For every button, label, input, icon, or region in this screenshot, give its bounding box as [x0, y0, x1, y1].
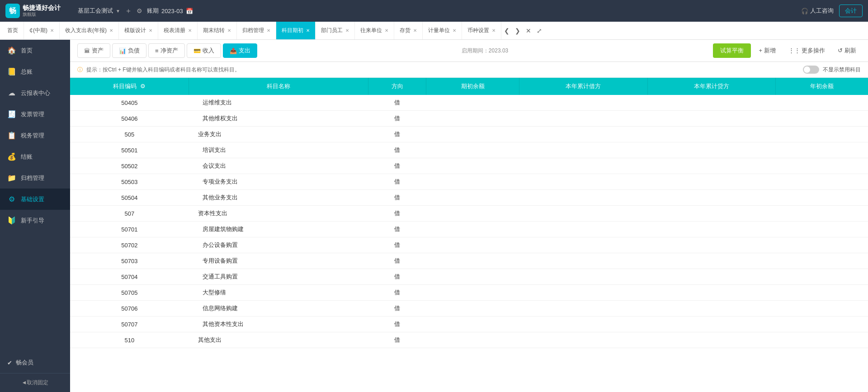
sidebar-cancel-pin[interactable]: ◄取消固定 — [0, 373, 70, 392]
table-row[interactable]: 50405运维维支出借 — [70, 95, 868, 111]
cell-ytd-debit — [519, 332, 647, 348]
table-row[interactable]: 50503专项业务支出借 — [70, 174, 868, 190]
tab-midterm[interactable]: ₵(中期) ✕ — [24, 22, 60, 40]
tab-expand-button[interactable]: ⤢ — [534, 27, 545, 34]
cell-ytd-debit — [519, 142, 647, 158]
toggle-label: 不显示禁用科目 — [823, 66, 861, 74]
tab-tax-table[interactable]: 税表清册 ✕ — [158, 22, 198, 40]
cell-year-opening — [776, 269, 868, 285]
sidebar-item-settle[interactable]: 💰 结账 — [0, 146, 70, 167]
cell-opening — [426, 285, 519, 301]
table-row[interactable]: 50705大型修缮借 — [70, 285, 868, 301]
add-workspace-button[interactable]: ＋ — [125, 6, 132, 16]
tab-template[interactable]: 模版设计 ✕ — [119, 22, 158, 40]
tab-unit[interactable]: 计量单位 ✕ — [423, 22, 462, 40]
tab-period-end[interactable]: 期末结转 ✕ — [198, 22, 237, 40]
tab-close-period-end[interactable]: ✕ — [227, 28, 231, 33]
table-row[interactable]: 50704交通工具购置借 — [70, 269, 868, 285]
content-area: 🏛 资产 📊 负债 ≡ 净资产 💳 收入 📤 支出 启用期间：2023.03 试 — [70, 40, 868, 392]
cell-ytd-debit — [519, 206, 647, 222]
account-button[interactable]: 会计 — [839, 5, 863, 17]
sidebar-item-home[interactable]: 🏠 首页 — [0, 40, 70, 61]
sidebar-item-archive[interactable]: 📁 归档管理 — [0, 167, 70, 189]
cell-ytd-credit — [647, 142, 775, 158]
table-row[interactable]: 50406其他维权支出借 — [70, 111, 868, 127]
table-row[interactable]: 50504其他业务支出借 — [70, 190, 868, 206]
tab-income-report[interactable]: 收入支出表(年报) ✕ — [60, 22, 119, 40]
table-row[interactable]: 510其他支出借 — [70, 332, 868, 348]
tab-contacts[interactable]: 往来单位 ✕ — [355, 22, 394, 40]
tab-archive[interactable]: 归档管理 ✕ — [237, 22, 276, 40]
tab-close-unit[interactable]: ✕ — [453, 28, 456, 33]
filter-income-button[interactable]: 💳 收入 — [187, 43, 221, 58]
cell-year-opening — [776, 253, 868, 269]
tab-close-all-button[interactable]: ✕ — [523, 27, 534, 34]
more-ops-button[interactable]: ⋮⋮ 更多操作 — [784, 44, 830, 57]
sidebar-member[interactable]: ✔ 畅会员 — [0, 352, 70, 373]
company-dropdown-icon[interactable]: ▼ — [116, 9, 120, 14]
table-row[interactable]: 50702办公设备购置借 — [70, 237, 868, 253]
tab-next-button[interactable]: ❯ — [512, 27, 523, 34]
help-button[interactable]: 🎧 人工咨询 — [801, 7, 834, 15]
tab-subject-initial[interactable]: 科目期初 ✕ — [276, 22, 316, 40]
calendar-icon[interactable]: 📅 — [186, 8, 193, 14]
tab-close-contacts[interactable]: ✕ — [385, 28, 388, 33]
tab-prev-button[interactable]: ❮ — [501, 27, 512, 34]
table-row[interactable]: 50701房屋建筑物购建借 — [70, 222, 868, 237]
sidebar-item-tax[interactable]: 📋 税务管理 — [0, 125, 70, 146]
sidebar-item-invoice[interactable]: 🧾 发票管理 — [0, 104, 70, 125]
table-row[interactable]: 50502会议支出借 — [70, 158, 868, 174]
table-row[interactable]: 507资本性支出借 — [70, 206, 868, 222]
tab-inventory[interactable]: 存货 ✕ — [394, 22, 423, 40]
ledger-icon: 📒 — [7, 67, 16, 76]
filter-equity-button[interactable]: ≡ 净资产 — [148, 43, 185, 58]
add-button[interactable]: + 新增 — [755, 44, 780, 57]
tab-close-department[interactable]: ✕ — [345, 28, 349, 33]
tax-icon: 📋 — [7, 131, 16, 140]
balance-button[interactable]: 试算平衡 — [713, 43, 751, 58]
cell-ytd-credit — [647, 316, 775, 332]
sidebar-item-guide[interactable]: 🔰 新手引导 — [0, 210, 70, 231]
tab-close-archive[interactable]: ✕ — [267, 28, 270, 33]
table-row[interactable]: 50703专用设备购置借 — [70, 253, 868, 269]
cell-opening — [426, 111, 519, 127]
tab-close-template[interactable]: ✕ — [149, 28, 152, 33]
logo-sub: 旗舰版 — [23, 11, 61, 18]
tab-close-inventory[interactable]: ✕ — [413, 28, 417, 33]
cell-direction: 借 — [368, 253, 426, 269]
filter-expense-button[interactable]: 📤 支出 — [223, 43, 257, 58]
guide-icon: 🔰 — [7, 216, 16, 225]
filter-liability-button[interactable]: 📊 负债 — [112, 43, 146, 58]
tab-close-midterm[interactable]: ✕ — [50, 28, 54, 33]
cell-opening — [426, 316, 519, 332]
tab-close-tax-table[interactable]: ✕ — [188, 28, 192, 33]
cell-ytd-credit — [647, 222, 775, 237]
filter-asset-button[interactable]: 🏛 资产 — [77, 43, 110, 58]
cell-opening — [426, 222, 519, 237]
cell-ytd-debit — [519, 285, 647, 301]
cell-direction: 借 — [368, 301, 426, 316]
cell-name: 大型修缮 — [189, 285, 368, 301]
col-code: 科目编码 ⚙ — [70, 78, 189, 95]
tab-close-currency[interactable]: ✕ — [492, 28, 495, 33]
table-row[interactable]: 505业务支出借 — [70, 127, 868, 142]
sidebar-item-settings[interactable]: ⚙ 基础设置 — [0, 189, 70, 210]
settings-icon[interactable]: ⚙ — [137, 7, 142, 14]
table-row[interactable]: 50707其他资本性支出借 — [70, 316, 868, 332]
sidebar-item-ledger[interactable]: 📒 总账 — [0, 61, 70, 82]
column-settings-icon[interactable]: ⚙ — [140, 83, 146, 90]
table-row[interactable]: 50501培训支出借 — [70, 142, 868, 158]
table-row[interactable]: 50706信息网络购建借 — [70, 301, 868, 316]
tab-close-income-report[interactable]: ✕ — [109, 28, 113, 33]
tab-department[interactable]: 部门员工 ✕ — [316, 22, 355, 40]
refresh-button[interactable]: ↺ 刷新 — [833, 44, 861, 57]
tab-home[interactable]: 首页 — [2, 22, 24, 40]
disable-toggle[interactable] — [803, 66, 819, 74]
tab-close-subject[interactable]: ✕ — [306, 28, 310, 33]
cell-direction: 借 — [368, 142, 426, 158]
period-value: 2023-03 — [161, 8, 183, 14]
sidebar-item-reports[interactable]: ☁ 云报表中心 — [0, 82, 70, 104]
col-direction: 方向 — [368, 78, 426, 95]
tab-currency[interactable]: 币种设置 ✕ — [462, 22, 501, 40]
cell-ytd-debit — [519, 111, 647, 127]
